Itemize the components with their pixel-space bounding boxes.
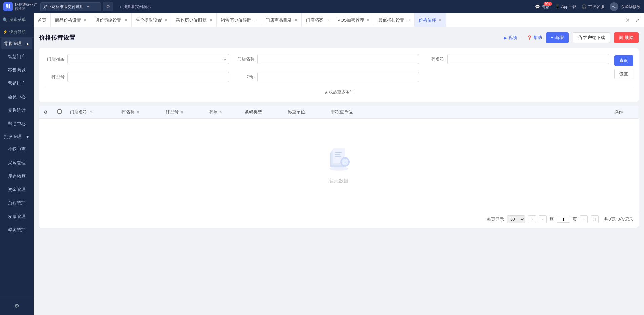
sidebar-item-marketing[interactable]: 营销推广 — [1, 77, 32, 90]
store-name-label: 门店名称 — [235, 56, 255, 62]
tab-sell-extract[interactable]: 售价提取设置 ✕ — [132, 13, 172, 27]
tab-pos-management[interactable]: POS加密管理 ✕ — [333, 13, 374, 27]
close-icon[interactable]: ✕ — [254, 18, 257, 22]
download-button[interactable]: 凸 客户端下载 — [573, 32, 610, 43]
tab-price-scale-label: 价格传秤 — [419, 17, 436, 23]
close-icon[interactable]: ✕ — [367, 18, 370, 22]
tab-purchase-strategy[interactable]: 进价策略设置 ✕ — [91, 13, 132, 27]
sidebar-item-small-ec[interactable]: 小畅电商 — [1, 143, 32, 156]
search-icon: 🔍 — [3, 18, 8, 22]
th-store-name: 门店名称 ⇅ — [66, 106, 117, 119]
top-bar: 财 畅捷通好业财 标准版 好业财标准版交付试用 ▼ ⚙ ○ 我要看实例演示 💬 … — [0, 0, 644, 13]
sidebar-item-retail[interactable]: 零售管理 ▲ — [1, 38, 32, 49]
table-card: ⚙ 门店名称 ⇅ — [39, 106, 639, 228]
tab-purchase-history[interactable]: 采购历史价跟踪 ✕ — [172, 13, 217, 27]
sidebar-item-smart-store[interactable]: 智慧门店 — [1, 50, 32, 63]
scale-model-label: 秤型号 — [44, 74, 65, 80]
empty-state: 暂无数据 — [39, 119, 639, 211]
messages-btn[interactable]: 💬 消息 99+ — [535, 4, 549, 10]
select-all-checkbox[interactable] — [57, 109, 62, 114]
add-button[interactable]: + 新增 — [546, 32, 569, 43]
sidebar-quick-nav-btn[interactable]: ⚡ 快捷导航 — [0, 26, 34, 38]
demo-icon: ○ — [118, 4, 121, 9]
delete-button[interactable]: 面 删除 — [614, 32, 639, 43]
per-page-select[interactable]: 10 20 50 100 — [507, 215, 525, 223]
tab-min-discount[interactable]: 最低折扣设置 ✕ — [374, 13, 415, 27]
sidebar-item-member[interactable]: 会员中心 — [1, 91, 32, 103]
sidebar-search-btn[interactable]: 🔍 搜索菜单 — [0, 13, 34, 26]
tab-price-settings[interactable]: 商品价格设置 ✕ — [51, 13, 91, 27]
query-button[interactable]: 查询 — [614, 55, 633, 66]
tab-min-discount-label: 最低折扣设置 — [378, 17, 404, 23]
close-icon[interactable]: ✕ — [439, 18, 442, 22]
page-input[interactable] — [557, 216, 570, 223]
sidebar-item-help[interactable]: 帮助中心 — [1, 117, 32, 130]
tab-close-btn[interactable]: ✕ — [624, 16, 631, 24]
total-text: 共0页, 0条记录 — [604, 216, 633, 222]
store-profile-input[interactable] — [67, 54, 229, 64]
ellipsis-icon[interactable]: ··· — [222, 56, 226, 62]
next-page-btn[interactable]: › — [580, 215, 588, 223]
th-weight-unit: 称重单位 — [284, 106, 327, 119]
collapse-btn[interactable]: ∧ 收起更多条件 — [325, 89, 353, 95]
page-actions: ▶ 视频 | ❓ 帮助 + 新增 凸 客户端下载 — [504, 32, 639, 43]
sidebar-item-finance[interactable]: 资金管理 — [1, 183, 32, 196]
inventory-label: 库存核算 — [8, 173, 26, 179]
close-icon[interactable]: ✕ — [124, 18, 127, 22]
sidebar-item-tax[interactable]: 税务管理 — [1, 224, 32, 237]
member-label: 会员中心 — [8, 94, 26, 100]
sidebar-item-wholesale[interactable]: 批发管理 ▼ — [1, 131, 32, 142]
query-label: 查询 — [619, 58, 628, 64]
last-icon: ⟩⟩ — [593, 217, 596, 222]
tab-store-profile-label: 门店档案 — [306, 17, 323, 23]
sidebar-item-purchase[interactable]: 采购管理 — [1, 156, 32, 169]
th-checkbox — [52, 106, 66, 119]
th-action-label: 操作 — [614, 109, 623, 114]
scale-model-input[interactable] — [67, 72, 229, 82]
svg-rect-10 — [335, 156, 341, 157]
tab-purchase-history-label: 采购历史价跟踪 — [176, 17, 207, 23]
first-page-btn[interactable]: ⟨⟨ — [528, 215, 536, 223]
tab-price-scale[interactable]: 价格传秤 ✕ — [415, 13, 446, 27]
page-unit: 页 — [573, 216, 577, 222]
scale-name-input[interactable] — [447, 54, 609, 64]
sidebar-item-retail-stats[interactable]: 零售统计 — [1, 104, 32, 117]
close-icon[interactable]: ✕ — [165, 18, 168, 22]
close-icon[interactable]: ✕ — [84, 18, 87, 22]
close-icon[interactable]: ✕ — [326, 18, 329, 22]
tab-home[interactable]: 首页 — [34, 13, 51, 27]
tab-expand-btn[interactable]: ⤢ — [634, 16, 641, 24]
close-icon[interactable]: ✕ — [209, 18, 212, 22]
form-settings-button[interactable]: 设置 — [614, 69, 633, 79]
form-item-scale-ip: 秤ip — [235, 72, 419, 82]
tab-store-catalog[interactable]: 门店商品目录 ✕ — [261, 13, 302, 27]
store-name-input[interactable] — [257, 54, 419, 64]
video-label: 视频 — [508, 35, 517, 41]
close-icon[interactable]: ✕ — [294, 18, 297, 22]
help-link[interactable]: ❓ 帮助 — [527, 35, 542, 41]
sidebar-item-general-ledger[interactable]: 总账管理 — [1, 197, 32, 210]
form-item-store-name: 门店名称 — [235, 54, 419, 64]
online-service-btn[interactable]: 🎧 在线客服 — [582, 4, 604, 10]
scale-ip-input[interactable] — [257, 72, 419, 82]
sidebar-item-invoice[interactable]: 发票管理 — [1, 210, 32, 223]
th-weight-unit-label: 称重单位 — [288, 109, 305, 114]
video-icon: ▶ — [504, 35, 507, 40]
settings-btn[interactable]: ⚙ — [103, 2, 113, 11]
video-link[interactable]: ▶ 视频 — [504, 35, 517, 41]
last-page-btn[interactable]: ⟩⟩ — [591, 215, 599, 223]
close-icon[interactable]: ✕ — [407, 18, 410, 22]
prev-page-btn[interactable]: ‹ — [539, 215, 547, 223]
sidebar-gear-btn[interactable]: ⚙ — [0, 300, 34, 312]
version-dropdown[interactable]: 好业财标准版交付试用 ▼ — [40, 2, 101, 11]
tab-sales-history[interactable]: 销售历史价跟踪 ✕ — [217, 13, 261, 27]
app-download-btn[interactable]: 📱 App下载 — [555, 4, 576, 10]
page-content: 价格传秤设置 ▶ 视频 | ❓ 帮助 + 新增 — [34, 27, 644, 315]
sidebar-item-inventory[interactable]: 库存核算 — [1, 170, 32, 183]
sidebar-item-ecommerce[interactable]: 零售商城 — [1, 64, 32, 76]
table-gear-icon[interactable]: ⚙ — [44, 110, 48, 115]
demo-link[interactable]: ○ 我要看实例演示 — [118, 4, 151, 10]
first-icon: ⟨⟨ — [530, 217, 534, 222]
tab-store-profile[interactable]: 门店档案 ✕ — [302, 13, 333, 27]
user-area[interactable]: Ea 徐泽华修改 — [610, 2, 641, 11]
